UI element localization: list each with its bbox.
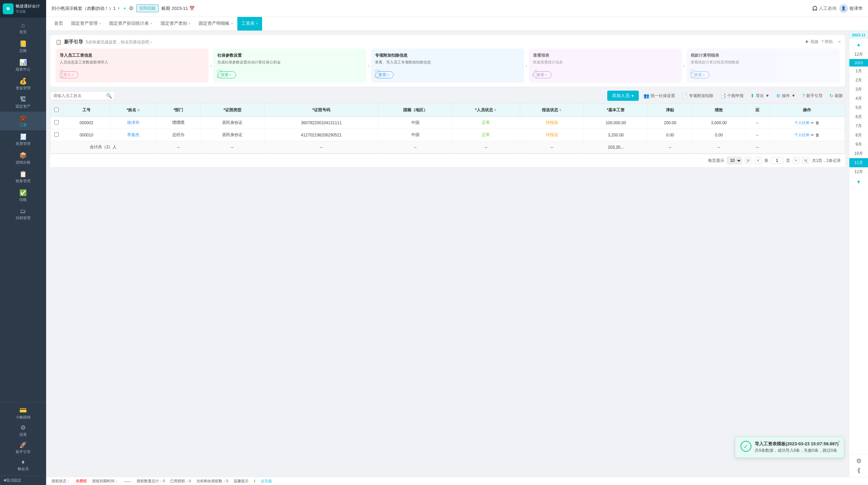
cal-jan[interactable]: 1月 [849, 67, 868, 76]
period-selector[interactable]: 账期 2023-11 📅 [161, 5, 195, 12]
cal-dec[interactable]: 12月 [849, 167, 868, 176]
cal-nov[interactable]: 11月 [849, 158, 868, 167]
cancel-fixed-label: ◀取消固定 [3, 478, 21, 483]
row1-edit-icon[interactable]: ✏ [811, 120, 814, 125]
prev-page-btn[interactable]: < [755, 157, 761, 164]
tab-asset-types[interactable]: 固定资产类别 × [157, 17, 195, 31]
summary-base-total: 103,20... [584, 141, 648, 153]
status-filter-icon[interactable]: ▼ [494, 108, 497, 112]
per-page-select[interactable]: 10 20 50 [727, 157, 742, 164]
sidebar-item-funds[interactable]: 💰 资金管理 [0, 75, 46, 93]
row2-checkbox[interactable] [54, 132, 59, 137]
cal-jun[interactable]: 6月 [849, 112, 868, 122]
cal-jul[interactable]: 7月 [849, 122, 868, 131]
switch-version-btn[interactable]: 切到旧版 [136, 4, 159, 12]
cal-feb[interactable]: 2月 [849, 76, 868, 85]
account-settings-btn[interactable]: ⚙ [129, 5, 134, 12]
user-menu[interactable]: 👤 徐泽华 [839, 4, 863, 13]
social-insurance-btn[interactable]: 👥 统一社保设置 [642, 92, 677, 100]
go-auth-btn[interactable]: 去充值 [261, 479, 272, 484]
row1-name-link[interactable]: 徐泽华 [127, 120, 139, 125]
consult-label: 人工咨询 [819, 5, 836, 12]
sidebar-item-salary[interactable]: 💼 工资 [0, 112, 46, 130]
sidebar-item-invoice[interactable]: 🧾 发票管理 [0, 130, 46, 149]
tab-asset-types-close[interactable]: × [189, 21, 191, 25]
add-account-btn[interactable]: + [123, 5, 126, 12]
page-input[interactable] [771, 157, 783, 164]
row1-action-link[interactable]: 个人社保 [794, 120, 809, 125]
sidebar-item-guide[interactable]: 🚀 新手引导 [1, 440, 45, 456]
report-filter-icon[interactable]: ▼ [559, 108, 562, 112]
toast-close-btn[interactable]: × [838, 439, 841, 444]
next-page-btn[interactable]: > [793, 157, 799, 164]
guide-video-btn[interactable]: ▶ 视频 [805, 39, 818, 45]
cal-nav-down[interactable]: ▼ [849, 176, 868, 187]
row2-name-link[interactable]: 李俊杰 [127, 132, 139, 137]
tab-assets-close[interactable]: × [99, 21, 101, 25]
export-btn[interactable]: ⬆ 导出 ▼ [748, 92, 771, 100]
last-page-btn[interactable]: >| [802, 157, 809, 164]
deduction-label: 专项附加扣除 [689, 93, 713, 99]
cal-apr[interactable]: 4月 [849, 94, 868, 103]
sidebar-item-assets[interactable]: 🏗 固定资产 [0, 93, 46, 112]
search-input[interactable] [53, 93, 104, 98]
guide-help-btn[interactable]: ? 帮助 [821, 39, 833, 45]
cancel-fixed-btn[interactable]: ◀取消固定 [0, 475, 46, 485]
special-deduction-btn[interactable]: 📄 专项附加扣除 [680, 92, 715, 100]
tab-salary-close[interactable]: × [256, 21, 258, 25]
settings-panel-btn[interactable]: ⚙ [856, 457, 862, 465]
sidebar-item-home[interactable]: ⌂ 首页 [0, 19, 46, 37]
sidebar-item-expense[interactable]: 💳 小畅报销 [1, 405, 45, 421]
tab-depreciation-close[interactable]: × [150, 21, 152, 25]
tax-report-btn[interactable]: 📑 个税申报 [718, 92, 746, 100]
row2-check [51, 129, 63, 141]
sidebar-item-member[interactable]: ♦ 畅会员 [1, 457, 45, 473]
sidebar-item-ledger[interactable]: 📒 总账 [0, 37, 46, 56]
sidebar-item-tax[interactable]: 📋 税务管理 [0, 168, 46, 186]
step5-desc: 查看税款计算过程及明细数据 [691, 60, 835, 65]
guide-close-btn[interactable]: × [838, 39, 841, 44]
select-all-checkbox[interactable] [54, 108, 59, 112]
expand-panel-btn[interactable]: ⟪ [857, 467, 861, 474]
tab-assets[interactable]: 固定资产管理 × [67, 17, 105, 31]
tax-label: 个税申报 [727, 93, 744, 99]
operate-btn[interactable]: ⚙ 操作 ▼ [774, 92, 797, 100]
cal-aug[interactable]: 8月 [849, 131, 868, 140]
sidebar-item-archive[interactable]: 🗂 归档管理 [0, 205, 46, 223]
cal-up-arrow[interactable]: ▲ [856, 40, 861, 49]
total-records: 共1页，2条记录 [812, 158, 841, 164]
sidebar-item-checkout[interactable]: ✅ 结账 [0, 186, 46, 205]
tab-asset-detail[interactable]: 固定资产明细账 × [195, 17, 237, 31]
sidebar-item-inventory[interactable]: 📦 进销台账 [0, 149, 46, 168]
app-logo-icon: 畅 [3, 3, 14, 14]
cal-may[interactable]: 5月 [849, 103, 868, 112]
search-icon[interactable]: 🔍 [106, 93, 112, 98]
refresh-btn[interactable]: ↻ 刷新 [827, 92, 845, 100]
row1-delete-icon[interactable]: 🗑 [815, 120, 820, 125]
row1-checkbox[interactable] [54, 120, 59, 125]
tab-home[interactable]: 首页 [50, 17, 67, 31]
row2-delete-icon[interactable]: 🗑 [815, 133, 820, 137]
cal-oct[interactable]: 10月 [849, 149, 868, 158]
row2-edit-icon[interactable]: ✏ [811, 133, 814, 137]
tab-salary[interactable]: 工资表 × [237, 17, 262, 31]
cal-mar[interactable]: 3月 [849, 85, 868, 94]
account-selector[interactable]: 刘小艳演示账套（勿删勿动！）1 ▼ [52, 5, 120, 12]
sidebar-item-reports[interactable]: 📊 报表中心 [0, 56, 46, 75]
tab-asset-detail-close[interactable]: × [231, 21, 233, 25]
row1-performance: 3,000.00 [692, 117, 745, 129]
cal-dec-prev[interactable]: 12月 [849, 50, 868, 59]
cal-sep[interactable]: 9月 [849, 140, 868, 149]
tab-depreciation[interactable]: 固定资产折旧统计表 × [105, 17, 156, 31]
row2-action-link[interactable]: 个人社保 [794, 132, 809, 137]
consult-btn[interactable]: 🎧 人工咨询 [812, 5, 836, 12]
name-sort-icon[interactable]: ⇅ [137, 108, 140, 112]
cal-down-arrow[interactable]: ▼ [856, 178, 861, 186]
cal-nav-up[interactable]: ▲ [849, 39, 868, 50]
toast-success-icon: ✓ [741, 441, 751, 452]
first-page-btn[interactable]: |< [745, 157, 752, 164]
new-guide-btn[interactable]: ? 新手引导 [800, 92, 825, 100]
guide-step-2: 社保参数设置 完成社保参数设置自动计算社保公积金 设置＞ 2 [213, 49, 366, 82]
sidebar-item-settings[interactable]: ⚙ 设置 [1, 423, 45, 439]
add-employee-btn[interactable]: 添加人员 ▼ [607, 91, 639, 101]
